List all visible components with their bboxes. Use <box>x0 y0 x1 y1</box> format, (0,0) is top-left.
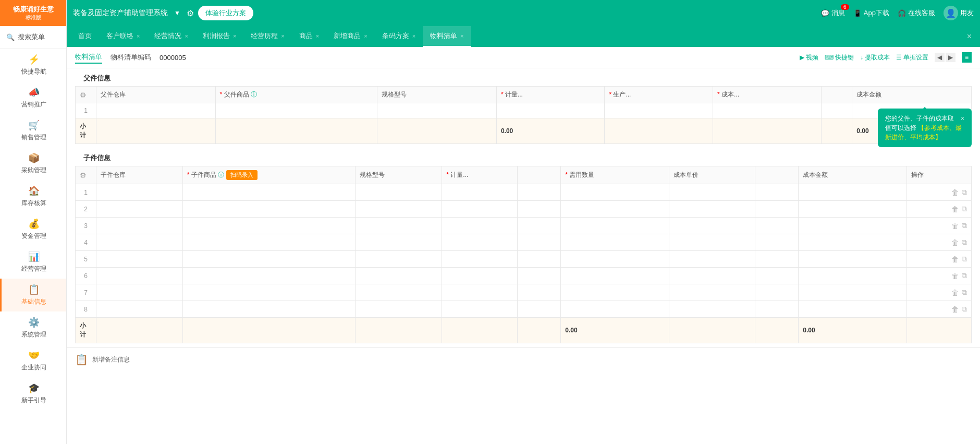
tab-operations-status-close-icon[interactable]: × <box>185 33 188 39</box>
tab-new-product[interactable]: 新增商品 × <box>326 26 374 47</box>
child-cell-action-5[interactable]: 🗑 ⧉ <box>906 251 971 268</box>
child-cell-warehouse-7[interactable] <box>96 284 183 301</box>
search-menu-button[interactable]: 🔍 搜索菜单 <box>4 30 62 44</box>
sidebar-item-enterprise[interactable]: 🤝 企业协同 <box>0 344 66 377</box>
child-cell-unit-cost-6[interactable] <box>669 268 755 284</box>
child-cell-unit-cost-5[interactable] <box>669 251 755 268</box>
sidebar-item-finance[interactable]: 💰 资金管理 <box>0 213 66 246</box>
child-cell-warehouse-2[interactable] <box>96 201 183 218</box>
child-col-settings[interactable]: ⚙ <box>76 166 96 184</box>
online-service-action[interactable]: 🎧 在线客服 <box>898 8 935 18</box>
tab-barcode-close-icon[interactable]: × <box>412 33 415 39</box>
hotkey-action[interactable]: ⌨ 快捷键 <box>825 53 854 62</box>
parent-cell-product[interactable] <box>215 103 377 118</box>
delete-icon-7[interactable]: 🗑 <box>951 289 959 297</box>
settings-gear-icon[interactable]: ⚙ <box>187 8 194 18</box>
parent-cell-spec[interactable] <box>377 103 497 118</box>
copy-icon-1[interactable]: ⧉ <box>962 188 967 197</box>
child-cell-warehouse-8[interactable] <box>96 301 183 318</box>
child-cell-warehouse-4[interactable] <box>96 234 183 251</box>
tab-bom[interactable]: 物料清单 × <box>423 26 471 47</box>
message-action[interactable]: 💬 消息 6 <box>821 8 845 18</box>
child-cell-unit-cost-8[interactable] <box>669 301 755 318</box>
trial-button[interactable]: 体验行业方案 <box>198 6 253 20</box>
product-info-icon[interactable]: ⓘ <box>251 91 257 98</box>
child-cell-spec-7[interactable] <box>356 284 442 301</box>
child-cell-spec-1[interactable] <box>356 184 442 201</box>
copy-icon-5[interactable]: ⧉ <box>962 255 967 263</box>
child-cell-action-3[interactable]: 🗑 ⧉ <box>906 218 971 234</box>
child-cell-qty-unit-7[interactable] <box>442 284 518 301</box>
sidebar-item-purchase[interactable]: 📦 采购管理 <box>0 147 66 180</box>
child-product-info-icon[interactable]: ⓘ <box>218 171 224 178</box>
child-cell-need-qty-2[interactable] <box>561 201 669 218</box>
child-cell-qty-unit-3[interactable] <box>442 218 518 234</box>
child-cell-need-qty-4[interactable] <box>561 234 669 251</box>
parent-col-settings[interactable]: ⚙ <box>76 87 96 103</box>
child-cell-unit-cost-7[interactable] <box>669 284 755 301</box>
parent-cell-cost[interactable] <box>713 103 821 118</box>
delete-icon-5[interactable]: 🗑 <box>951 255 959 263</box>
child-cell-product-5[interactable] <box>182 251 356 268</box>
delete-icon-2[interactable]: 🗑 <box>951 205 959 213</box>
prev-arrow-button[interactable]: ◀ <box>935 53 945 62</box>
parent-cell-qty[interactable] <box>496 103 605 118</box>
sub-tab-bom-list[interactable]: 物料清单 <box>75 51 102 64</box>
child-col-settings-icon[interactable]: ⚙ <box>80 171 87 179</box>
delete-icon-8[interactable]: 🗑 <box>951 305 959 314</box>
video-action[interactable]: ▶ 视频 <box>800 53 818 62</box>
sidebar-item-base-info[interactable]: 📋 基础信息 <box>0 279 66 311</box>
child-cell-unit-cost-1[interactable] <box>669 184 755 201</box>
child-cell-action-7[interactable]: 🗑 ⧉ <box>906 284 971 301</box>
tab-profit-close-icon[interactable]: × <box>233 33 236 39</box>
child-cell-need-qty-6[interactable] <box>561 268 669 284</box>
tab-product[interactable]: 商品 × <box>292 26 326 47</box>
menu-button[interactable]: ≡ <box>962 52 972 63</box>
child-cell-qty-unit-4[interactable] <box>442 234 518 251</box>
child-cell-need-qty-1[interactable] <box>561 184 669 201</box>
child-cell-action-6[interactable]: 🗑 ⧉ <box>906 268 971 284</box>
child-cell-action-1[interactable]: 🗑 ⧉ <box>906 184 971 201</box>
child-cell-need-qty-8[interactable] <box>561 301 669 318</box>
tab-customer[interactable]: 客户联络 × <box>99 26 147 47</box>
col-settings-icon[interactable]: ⚙ <box>80 91 87 99</box>
child-cell-action-8[interactable]: 🗑 ⧉ <box>906 301 971 318</box>
delete-icon-1[interactable]: 🗑 <box>951 188 959 197</box>
tab-profit[interactable]: 利润报告 × <box>195 26 243 47</box>
tab-bom-close-icon[interactable]: × <box>460 33 463 39</box>
child-cell-qty-unit-1[interactable] <box>442 184 518 201</box>
sidebar-item-system[interactable]: ⚙️ 系统管理 <box>0 311 66 344</box>
copy-icon-7[interactable]: ⧉ <box>962 288 967 297</box>
sidebar-item-guide[interactable]: 🎓 新手引导 <box>0 377 66 410</box>
child-cell-qty-unit-5[interactable] <box>442 251 518 268</box>
tooltip-close-icon[interactable]: × <box>961 114 964 123</box>
child-cell-warehouse-1[interactable] <box>96 184 183 201</box>
single-settings-action[interactable]: ☰ 单据设置 <box>896 53 928 62</box>
sub-tab-bom-code[interactable]: 物料清单编码 <box>111 52 151 63</box>
child-cell-spec-2[interactable] <box>356 201 442 218</box>
child-cell-need-qty-3[interactable] <box>561 218 669 234</box>
sidebar-item-sales[interactable]: 🛒 销售管理 <box>0 114 66 147</box>
tab-history-close-icon[interactable]: × <box>281 33 284 39</box>
child-cell-action-4[interactable]: 🗑 ⧉ <box>906 234 971 251</box>
child-cell-qty-unit-6[interactable] <box>442 268 518 284</box>
tab-barcode[interactable]: 条码方案 × <box>375 26 423 47</box>
child-cell-product-7[interactable] <box>182 284 356 301</box>
child-cell-qty-unit-8[interactable] <box>442 301 518 318</box>
extract-cost-action[interactable]: ↓ 提取成本 <box>860 53 890 62</box>
tab-product-close-icon[interactable]: × <box>316 33 319 39</box>
child-cell-need-qty-7[interactable] <box>561 284 669 301</box>
sidebar-item-inventory[interactable]: 🏠 库存核算 <box>0 180 66 213</box>
child-cell-unit-cost-4[interactable] <box>669 234 755 251</box>
sidebar-search-area[interactable]: 🔍 搜索菜单 <box>0 26 66 49</box>
copy-icon-3[interactable]: ⧉ <box>962 221 967 230</box>
child-cell-product-2[interactable] <box>182 201 356 218</box>
copy-icon-8[interactable]: ⧉ <box>962 305 967 314</box>
sidebar-item-quick-nav[interactable]: ⚡ 快捷导航 <box>0 49 66 81</box>
user-action[interactable]: 👤 用友 <box>944 6 974 20</box>
copy-icon-2[interactable]: ⧉ <box>962 205 967 213</box>
child-cell-spec-5[interactable] <box>356 251 442 268</box>
close-all-tabs-button[interactable]: × <box>963 30 976 43</box>
child-cell-unit-cost-2[interactable] <box>669 201 755 218</box>
child-cell-product-1[interactable] <box>182 184 356 201</box>
